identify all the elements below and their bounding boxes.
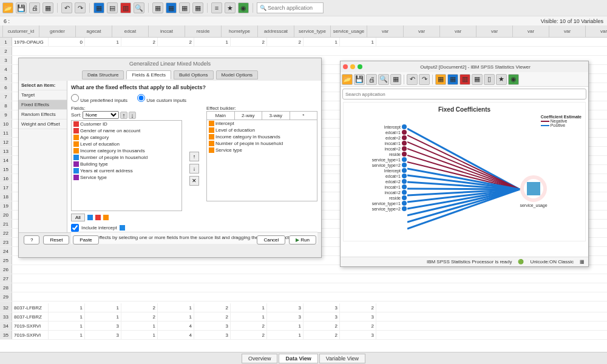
col-service_type[interactable]: service_type	[294, 25, 331, 37]
col-edcat[interactable]: edcat	[112, 25, 149, 37]
field-item[interactable]: Income category in thousands	[72, 147, 181, 154]
table-row[interactable]: 328037-LFBRZ112121332	[0, 303, 607, 312]
close-icon[interactable]	[343, 64, 348, 69]
v-doc-icon[interactable]: ▯	[484, 74, 495, 85]
v-open-icon[interactable]: 📂	[342, 74, 353, 85]
chart2-icon[interactable]: ▦	[166, 2, 177, 13]
grid-cell[interactable]: 2	[121, 38, 158, 46]
v-redo-icon[interactable]: ↷	[419, 74, 430, 85]
col-service_usage[interactable]: service_usage	[331, 25, 367, 37]
maximize-icon[interactable]	[358, 64, 362, 69]
v-run-icon[interactable]: ◉	[508, 74, 519, 85]
v-print-icon[interactable]: 🖨	[366, 74, 377, 85]
v-t2-icon[interactable]: ▦	[447, 74, 458, 85]
col-agecat[interactable]: agecat	[76, 25, 112, 37]
print-icon[interactable]: 🖨	[29, 2, 40, 13]
grid-cell[interactable]: 2	[158, 38, 194, 46]
filter-str-icon[interactable]	[95, 215, 101, 220]
grid-cell[interactable]: 1	[194, 38, 231, 46]
include-intercept-check[interactable]	[71, 224, 79, 232]
table-row[interactable]: 347019-SXRVI131432122	[0, 322, 607, 331]
col-var[interactable]: var	[513, 25, 549, 37]
col-inccat[interactable]: inccat	[149, 25, 185, 37]
tab-model-options[interactable]: Model Options	[216, 70, 259, 79]
search-input[interactable]	[268, 5, 320, 11]
col-var[interactable]: var	[549, 25, 586, 37]
tab-data-structure[interactable]: Data Structure	[82, 70, 124, 79]
field-item[interactable]: Gender of name on account	[72, 127, 181, 134]
run-icon[interactable]: ◉	[238, 2, 249, 13]
eb-tab-3way[interactable]: 3-way	[262, 112, 290, 120]
grid-cell[interactable]: 2	[267, 38, 304, 46]
col-var[interactable]: var	[367, 25, 404, 37]
effect-item[interactable]: intercept	[207, 120, 317, 127]
move-up-icon[interactable]: ↑	[189, 152, 199, 161]
sort-icon[interactable]: ≡	[211, 2, 222, 13]
cell-customer-id[interactable]: 1979-OPAUG	[12, 38, 49, 46]
pref-icon[interactable]: ▦	[42, 2, 53, 13]
col-reside[interactable]: reside	[185, 25, 222, 37]
chart3-icon[interactable]: ▦	[179, 2, 190, 13]
field-item[interactable]: Number of people in household	[72, 154, 181, 161]
sidebar-item-target[interactable]: Target	[19, 90, 67, 100]
grid3-icon[interactable]: ▥	[120, 2, 131, 13]
cancel-button[interactable]: Cancel	[257, 235, 285, 244]
sidebar-item-weight[interactable]: Weight and Offset	[19, 120, 67, 129]
v-t1-icon[interactable]: ▦	[435, 74, 446, 85]
search-box[interactable]: 🔍	[257, 2, 324, 13]
tab-dataview[interactable]: Data View	[279, 354, 317, 363]
field-item[interactable]: Customer ID	[72, 121, 181, 127]
v-undo-icon[interactable]: ↶	[407, 74, 418, 85]
v-grid-icon[interactable]: ▦	[390, 74, 401, 85]
eb-tab-star[interactable]: *	[290, 112, 317, 120]
save-icon[interactable]: 💾	[16, 2, 27, 13]
effect-list[interactable]: interceptLevel of educationIncome catego…	[206, 120, 317, 201]
tab-build-options[interactable]: Build Options	[174, 70, 214, 79]
col-gender[interactable]: gender	[39, 25, 76, 37]
tab-variableview[interactable]: Variable View	[319, 354, 365, 363]
grid2-icon[interactable]: ▤	[107, 2, 118, 13]
effect-item[interactable]: Level of education	[207, 127, 317, 133]
field-item[interactable]: Level of education	[72, 141, 181, 147]
eb-tab-2way[interactable]: 2-way	[235, 112, 263, 120]
filter-num-icon[interactable]	[87, 215, 93, 220]
table-row[interactable]: 338037-LFBRZ112121333	[0, 312, 607, 322]
remove-icon[interactable]: ✕	[189, 176, 199, 186]
grid-cell[interactable]: 1	[340, 38, 376, 46]
reset-button[interactable]: Reset	[43, 235, 69, 244]
move-down-icon[interactable]: ↓	[189, 164, 199, 174]
col-var[interactable]: var	[404, 25, 440, 37]
fields-list[interactable]: Customer IDGender of name on accountAge …	[71, 120, 182, 211]
v-t4-icon[interactable]: ▦	[472, 74, 483, 85]
find-icon[interactable]: 🔍	[134, 2, 144, 13]
viewer-search-input[interactable]	[342, 89, 586, 99]
all-button[interactable]: All	[71, 214, 85, 221]
star-icon[interactable]: ★	[225, 2, 236, 13]
sort-select[interactable]: None	[83, 111, 119, 119]
sidebar-item-random[interactable]: Random Effects	[19, 110, 67, 120]
radio-custom[interactable]: Use custom inputs	[137, 94, 186, 103]
sort-asc-icon[interactable]: ↑	[120, 112, 127, 119]
v-find-icon[interactable]: 🔍	[378, 74, 389, 85]
effect-item[interactable]: Income category in thousands	[207, 133, 317, 140]
field-item[interactable]: Building type	[72, 161, 181, 167]
field-item[interactable]: Age category	[72, 134, 181, 141]
col-hometype[interactable]: hometype	[222, 25, 258, 37]
effect-item[interactable]: Service type	[207, 147, 317, 153]
grid-cell[interactable]: 2	[231, 38, 267, 46]
effect-item[interactable]: Number of people in household	[207, 140, 317, 147]
run-button[interactable]: Run	[289, 235, 316, 244]
tab-fields-effects[interactable]: Fields & Effects	[126, 70, 171, 79]
fixed-coeff-chart[interactable]: Fixed Coefficients Coefficient Estimate …	[343, 102, 586, 241]
grid1-icon[interactable]: ▦	[93, 2, 104, 13]
grid-cell[interactable]: 1	[85, 38, 121, 46]
table-row[interactable]: 357019-SXRVI131432123	[0, 331, 607, 340]
open-icon[interactable]: 📂	[2, 2, 13, 13]
chart1-icon[interactable]: ▦	[152, 2, 163, 13]
help-button[interactable]: ?	[24, 235, 39, 244]
table-row[interactable]: 1 1979-OPAUG 012212211	[0, 38, 607, 47]
col-var[interactable]: var	[440, 25, 476, 37]
viewer-titlebar[interactable]: Output2 [Document2] - IBM SPSS Statistic…	[341, 61, 588, 72]
chart4-icon[interactable]: ▦	[192, 2, 203, 13]
field-item[interactable]: Service type	[72, 174, 181, 181]
